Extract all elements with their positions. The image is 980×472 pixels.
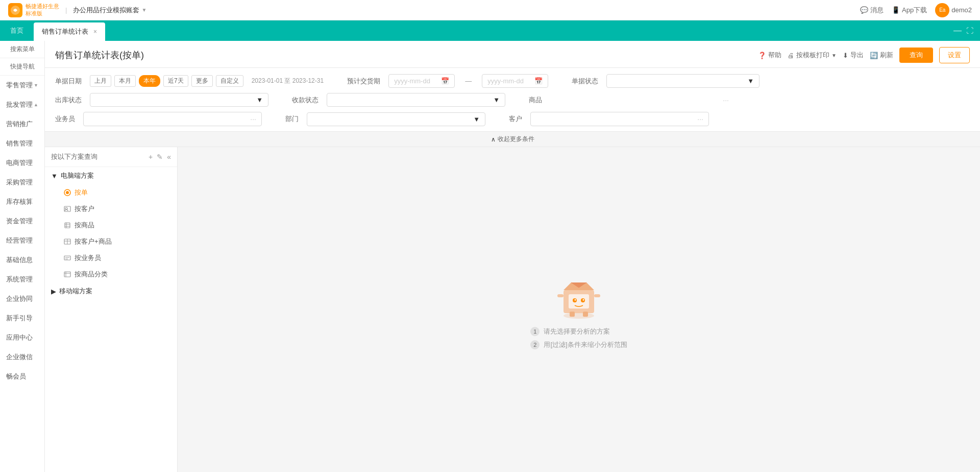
customer-ellipsis-btn[interactable]: ··· xyxy=(697,115,703,123)
sidebar-item-capital[interactable]: 资金管理 xyxy=(0,211,44,231)
salesperson-field[interactable]: ··· xyxy=(83,112,262,126)
tree-item-by-customer-product[interactable]: 按客户+商品 xyxy=(45,233,177,250)
status-select[interactable]: ▼ xyxy=(606,74,760,88)
empty-tips: 1 请先选择要分析的方案 2 用[过滤]条件来缩小分析范围 xyxy=(530,327,627,349)
salesperson-ellipsis-btn[interactable]: ··· xyxy=(250,115,256,123)
window-maximize-btn[interactable]: ⛶ xyxy=(966,27,974,35)
filter-content: 按以下方案查询 + ✎ « ▼ 电脑端方案 xyxy=(45,147,980,472)
status-label: 单据状态 xyxy=(572,77,598,86)
svg-point-15 xyxy=(583,299,584,301)
collapse-label: 收起更多条件 xyxy=(498,135,534,144)
tree-item-by-product[interactable]: 按商品 xyxy=(45,217,177,233)
sidebar-item-retail[interactable]: 零售管理 xyxy=(0,76,44,95)
date-btn-this-year[interactable]: 本年 xyxy=(139,75,160,87)
sidebar-item-new-guide[interactable]: 新手引导 xyxy=(0,309,44,328)
sidebar-item-ops[interactable]: 经营管理 xyxy=(0,231,44,250)
order-icon xyxy=(63,188,71,197)
panel-header: 按以下方案查询 + ✎ « xyxy=(45,147,177,167)
settings-button[interactable]: 设置 xyxy=(939,47,970,63)
sidebar-item-search[interactable]: 搜索菜单 xyxy=(0,41,44,58)
panel-title: 按以下方案查询 xyxy=(51,152,97,161)
app-title-dropdown[interactable]: 办公用品行业模拟账套 ▼ xyxy=(73,6,146,15)
svg-point-9 xyxy=(564,313,594,319)
mobile-section-title[interactable]: ▶ 移动端方案 xyxy=(45,282,177,300)
ship-select-arrow: ▼ xyxy=(256,96,263,104)
sidebar-item-inventory[interactable]: 库存核算 xyxy=(0,192,44,211)
sidebar-item-purchase[interactable]: 采购管理 xyxy=(0,173,44,192)
logo-area: 畅捷通好生意 标准版 xyxy=(8,3,59,17)
date-separator: — xyxy=(463,77,474,85)
sidebar-item-wholesale[interactable]: 批发管理 xyxy=(0,95,44,114)
page-header: 销售订单统计表(按单) ❓ 帮助 🖨 按模板打印 ▼ ⬇ 导出 🔄 刷新 xyxy=(45,41,980,68)
help-btn[interactable]: ❓ 帮助 xyxy=(758,51,781,60)
tab-sales-order-stats[interactable]: 销售订单统计表 × xyxy=(34,22,105,41)
collection-status-label: 收款状态 xyxy=(292,96,318,105)
sidebar-item-app-center[interactable]: 应用中心 xyxy=(0,328,44,347)
expected-date-end[interactable]: yyyy-mm-dd 📅 xyxy=(482,74,548,88)
print-btn[interactable]: 🖨 按模板打印 ▼ xyxy=(788,51,837,60)
date-label: 单据日期 xyxy=(55,77,82,86)
query-button[interactable]: 查询 xyxy=(899,48,933,63)
date-buttons: 上月 本月 本年 近7天 更多 自定义 xyxy=(90,75,243,87)
sidebar-item-basic[interactable]: 基础信息 xyxy=(0,250,44,270)
collection-status-select[interactable]: ▼ xyxy=(327,93,505,107)
tab-close-icon[interactable]: × xyxy=(93,28,97,35)
collapse-panel-icon[interactable]: « xyxy=(167,153,171,161)
page-title: 销售订单统计表(按单) xyxy=(55,49,144,61)
svg-point-14 xyxy=(575,299,576,301)
right-content: 1 请先选择要分析的方案 2 用[过滤]条件来缩小分析范围 xyxy=(178,147,980,472)
refresh-btn[interactable]: 🔄 刷新 xyxy=(870,51,893,60)
calendar-icon: 📅 xyxy=(441,77,449,85)
user-area[interactable]: Ea demo2 xyxy=(935,3,972,17)
product-field-area: ··· xyxy=(550,96,729,104)
tree-item-by-order[interactable]: 按单 xyxy=(45,184,177,201)
window-controls: — ⛶ xyxy=(953,27,980,35)
dept-select-arrow: ▼ xyxy=(473,115,480,123)
tree-item-by-salesperson[interactable]: 按业务员 xyxy=(45,250,177,266)
left-panel: 按以下方案查询 + ✎ « ▼ 电脑端方案 xyxy=(45,147,178,472)
date-btn-this-month[interactable]: 本月 xyxy=(114,75,136,87)
sidebar-item-sales[interactable]: 销售管理 xyxy=(0,134,44,153)
expected-date-start[interactable]: yyyy-mm-dd 📅 xyxy=(388,74,455,88)
sidebar: 搜索菜单 快捷导航 零售管理 批发管理 营销推广 销售管理 电商管理 采购管理 … xyxy=(0,41,45,472)
customer-field[interactable]: ··· xyxy=(530,112,709,126)
product-ellipsis-btn[interactable]: ··· xyxy=(723,96,729,104)
svg-point-4 xyxy=(65,207,67,209)
add-scheme-icon[interactable]: + xyxy=(149,153,153,161)
collapse-arrow-icon: ∧ xyxy=(491,136,496,143)
collapse-bar[interactable]: ∧ 收起更多条件 xyxy=(45,131,980,147)
edit-scheme-icon[interactable]: ✎ xyxy=(157,153,163,161)
filter-area: 单据日期 上月 本月 本年 近7天 更多 自定义 2023-01-01 至 20… xyxy=(45,68,980,147)
message-action[interactable]: 💬 消息 xyxy=(860,6,884,15)
date-btn-last-month[interactable]: 上月 xyxy=(90,75,111,87)
expected-date-label: 预计交货期 xyxy=(347,77,380,86)
export-btn[interactable]: ⬇ 导出 xyxy=(843,51,864,60)
sidebar-item-ecommerce[interactable]: 电商管理 xyxy=(0,153,44,173)
select-arrow-icon: ▼ xyxy=(747,77,754,85)
sidebar-item-marketing[interactable]: 营销推广 xyxy=(0,114,44,134)
ship-status-select[interactable]: ▼ xyxy=(90,93,268,107)
sidebar-item-enterprise-wechat[interactable]: 企业微信 xyxy=(0,347,44,367)
department-select[interactable]: ▼ xyxy=(307,112,485,126)
svg-rect-17 xyxy=(594,294,600,297)
window-minimize-btn[interactable]: — xyxy=(953,27,962,35)
sidebar-item-quick-nav[interactable]: 快捷导航 xyxy=(0,58,44,76)
pc-section-title[interactable]: ▼ 电脑端方案 xyxy=(45,167,177,184)
main-layout: 搜索菜单 快捷导航 零售管理 批发管理 营销推广 销售管理 电商管理 采购管理 … xyxy=(0,41,980,472)
salesperson-tree-icon xyxy=(63,254,71,262)
content-area: 销售订单统计表(按单) ❓ 帮助 🖨 按模板打印 ▼ ⬇ 导出 🔄 刷新 xyxy=(45,41,980,472)
ship-status-label: 出库状态 xyxy=(55,96,82,105)
cust-prod-tree-icon xyxy=(63,238,71,246)
sidebar-item-enterprise-coop[interactable]: 企业协同 xyxy=(0,289,44,309)
sidebar-item-system[interactable]: 系统管理 xyxy=(0,270,44,289)
product-tree-icon xyxy=(63,221,71,229)
tab-home[interactable]: 首页 xyxy=(0,20,34,41)
date-btn-more[interactable]: 更多 xyxy=(191,75,213,87)
tree-item-by-customer[interactable]: 按客户 xyxy=(45,201,177,217)
date-btn-custom[interactable]: 自定义 xyxy=(216,75,243,87)
date-btn-last7[interactable]: 近7天 xyxy=(163,75,188,87)
topbar: 畅捷通好生意 标准版 | 办公用品行业模拟账套 ▼ 💬 消息 📱 App下载 E… xyxy=(0,0,980,20)
sidebar-item-member[interactable]: 畅会员 xyxy=(0,367,44,386)
tree-item-by-category[interactable]: 按商品分类 xyxy=(45,266,177,282)
app-download-action[interactable]: 📱 App下载 xyxy=(892,6,927,15)
